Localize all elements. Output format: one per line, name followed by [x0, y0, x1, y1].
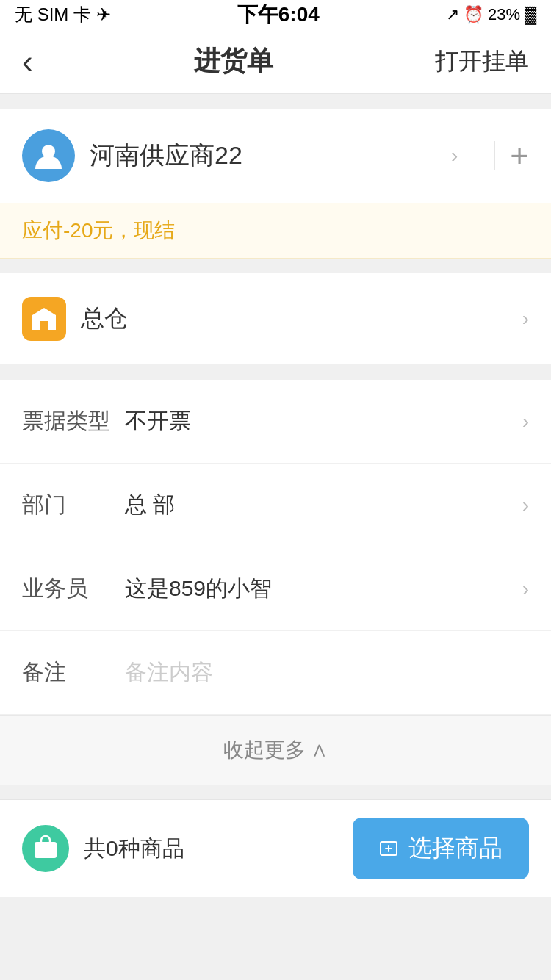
remark-label: 备注	[22, 657, 125, 688]
department-value: 总 部	[125, 490, 522, 520]
nav-bar: ‹ 进货单 打开挂单	[0, 29, 551, 94]
warehouse-name: 总仓	[81, 303, 522, 335]
supplier-divider	[494, 141, 495, 170]
mid-divider-3	[0, 785, 551, 799]
department-label: 部门	[22, 490, 125, 520]
invoice-type-value: 不开票	[125, 406, 522, 436]
status-right: ↗ ⏰ 23% ▓	[446, 5, 536, 24]
remark-row[interactable]: 备注 备注内容	[0, 631, 551, 715]
person-icon	[32, 140, 65, 172]
battery-icon: ▓	[525, 5, 536, 24]
product-icon-wrap	[22, 825, 69, 872]
product-bar: 共0种商品 选择商品	[0, 799, 551, 897]
warehouse-icon-wrap	[22, 297, 66, 341]
product-count: 共0种商品	[84, 834, 353, 864]
page-bottom	[0, 897, 551, 980]
back-button[interactable]: ‹	[22, 43, 33, 80]
department-chevron-icon: ›	[522, 494, 529, 517]
select-product-label: 选择商品	[408, 832, 503, 865]
warehouse-chevron-icon: ›	[522, 307, 529, 331]
mid-divider-1	[0, 259, 551, 273]
salesperson-label: 业务员	[22, 574, 125, 604]
alarm-icon: ⏰	[464, 5, 483, 24]
status-bar: 无 SIM 卡 ✈ 下午6:04 ↗ ⏰ 23% ▓	[0, 0, 551, 29]
open-pending-button[interactable]: 打开挂单	[435, 46, 529, 78]
salesperson-row[interactable]: 业务员 这是859的小智 ›	[0, 547, 551, 631]
add-supplier-button[interactable]: +	[510, 137, 529, 174]
remark-placeholder: 备注内容	[125, 657, 529, 688]
invoice-type-label: 票据类型	[22, 406, 125, 436]
warehouse-icon	[30, 305, 58, 333]
battery-level: 23%	[488, 5, 520, 24]
status-left: 无 SIM 卡 ✈	[15, 3, 111, 26]
svg-rect-1	[40, 321, 48, 330]
collapse-bar[interactable]: 收起更多 ∧	[0, 715, 551, 785]
supplier-chevron-icon: ›	[451, 144, 458, 167]
salesperson-value: 这是859的小智	[125, 574, 522, 604]
supplier-row[interactable]: 河南供应商22 › +	[0, 109, 551, 203]
top-divider	[0, 94, 551, 109]
select-product-icon	[379, 837, 401, 860]
department-row[interactable]: 部门 总 部 ›	[0, 464, 551, 547]
notice-bar: 应付-20元，现结	[0, 203, 551, 259]
mid-divider-2	[0, 365, 551, 380]
select-product-button[interactable]: 选择商品	[353, 818, 529, 879]
page-title: 进货单	[194, 43, 273, 79]
salesperson-chevron-icon: ›	[522, 577, 529, 601]
supplier-avatar	[22, 129, 75, 182]
supplier-section: 河南供应商22 › + 应付-20元，现结	[0, 109, 551, 259]
location-icon: ↗	[446, 5, 459, 24]
product-icon	[32, 835, 60, 862]
warehouse-row[interactable]: 总仓 ›	[0, 273, 551, 365]
invoice-type-row[interactable]: 票据类型 不开票 ›	[0, 380, 551, 464]
invoice-type-chevron-icon: ›	[522, 410, 529, 433]
warehouse-section: 总仓 ›	[0, 273, 551, 365]
svg-rect-2	[35, 842, 57, 858]
sim-status: 无 SIM 卡 ✈	[15, 3, 111, 26]
form-section: 票据类型 不开票 › 部门 总 部 › 业务员 这是859的小智 › 备注 备注…	[0, 380, 551, 785]
supplier-name: 河南供应商22	[90, 139, 451, 173]
status-time: 下午6:04	[237, 1, 320, 29]
